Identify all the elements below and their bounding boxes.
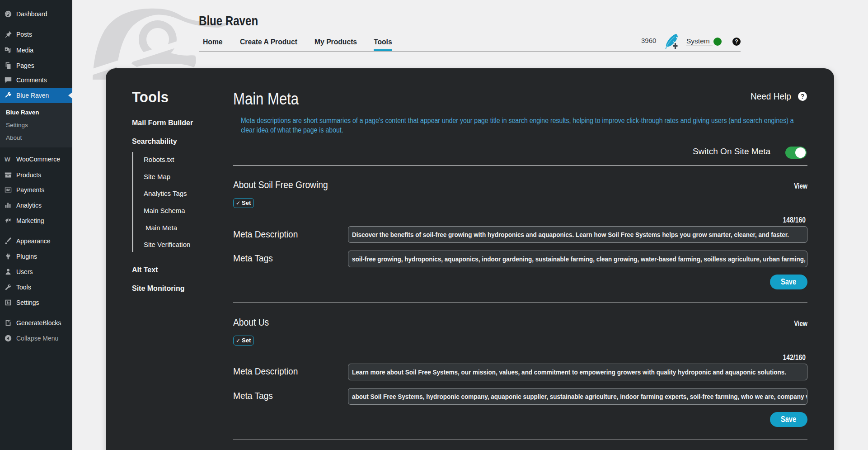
svg-text:W: W	[5, 156, 10, 163]
